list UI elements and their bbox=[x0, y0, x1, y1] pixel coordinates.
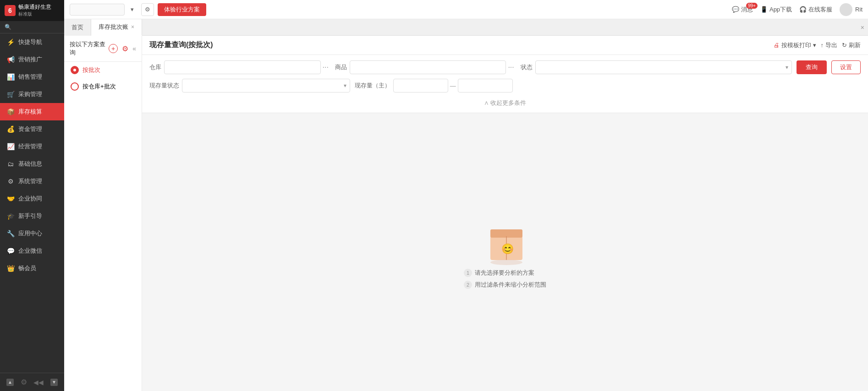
refresh-btn[interactable]: ↻ 刷新 bbox=[842, 41, 861, 49]
collapse-more-btn[interactable]: ∧ 收起更多条件 bbox=[149, 97, 861, 107]
sidebar-search[interactable]: 🔍 bbox=[0, 21, 64, 33]
status-select[interactable] bbox=[535, 60, 792, 74]
sidebar-item-purchase[interactable]: 🛒 采购管理 bbox=[0, 86, 64, 103]
topbar-gear-btn[interactable]: ⚙ bbox=[141, 3, 154, 16]
empty-tip-2: 2 用过滤条件来缩小分析范围 bbox=[464, 281, 546, 289]
collapse-more-label: 收起更多条件 bbox=[490, 99, 526, 106]
query-btn[interactable]: 查询 bbox=[797, 60, 827, 74]
sidebar-footer: ▲ ⚙ ◀◀ ▼ bbox=[0, 373, 64, 391]
shortcuts-icon: ⚡ bbox=[6, 38, 15, 46]
collapse-sidebar-btn[interactable]: ◀◀ bbox=[33, 379, 44, 386]
message-badge: 99+ bbox=[746, 3, 758, 9]
topbar-user[interactable]: Rit bbox=[840, 3, 863, 16]
collapse-left-panel-btn[interactable]: « bbox=[132, 45, 136, 52]
status-label: 状态 bbox=[521, 63, 533, 71]
shortcuts-label: 快捷导航 bbox=[18, 38, 42, 46]
basic-icon: 🗂 bbox=[6, 160, 15, 168]
refresh-btn-label: 刷新 bbox=[849, 41, 861, 49]
scroll-up-btn[interactable]: ▲ bbox=[6, 379, 14, 386]
print-btn-label: 按模板打印 bbox=[781, 41, 811, 49]
basic-label: 基础信息 bbox=[18, 160, 42, 168]
collapse-up-icon: ∧ bbox=[484, 99, 489, 106]
sidebar-item-newuser[interactable]: 🎓 新手引导 bbox=[0, 207, 64, 225]
inventory-status-label: 现存量状态 bbox=[149, 81, 179, 90]
inventory-label: 库存核算 bbox=[18, 108, 42, 116]
newuser-icon: 🎓 bbox=[6, 212, 15, 220]
settings-icon[interactable]: ⚙ bbox=[21, 378, 27, 386]
sidebar-item-finance[interactable]: 💰 资金管理 bbox=[0, 120, 64, 138]
home-tab-label: 首页 bbox=[71, 23, 83, 32]
empty-tips: 1 请先选择要分析的方案 2 用过滤条件来缩小分析范围 bbox=[464, 269, 546, 289]
sidebar-item-inventory[interactable]: 📦 库存核算 bbox=[0, 103, 64, 120]
plan-settings-btn[interactable]: ⚙ bbox=[121, 44, 130, 53]
topbar-app-download[interactable]: 📱 App下载 bbox=[760, 5, 792, 14]
system-icon: ⚙ bbox=[6, 177, 15, 185]
sidebar-item-enterprise[interactable]: 🤝 企业协同 bbox=[0, 190, 64, 207]
topbar: ▾ ⚙ 体验行业方案 💬 消息 99+ 📱 App下载 🎧 在线客服 bbox=[64, 0, 868, 19]
operations-icon: 📈 bbox=[6, 142, 15, 151]
topbar-messages[interactable]: 💬 消息 99+ bbox=[732, 5, 753, 14]
tab-inventory-batch[interactable]: 库存批次账 × bbox=[91, 19, 142, 36]
inventory-qty-from-input[interactable] bbox=[393, 79, 448, 92]
export-btn-label: 导出 bbox=[825, 41, 837, 49]
search-icon: 🔍 bbox=[5, 24, 11, 30]
purchase-icon: 🛒 bbox=[6, 90, 15, 98]
inventory-qty-to-input[interactable] bbox=[458, 79, 513, 92]
topbar-search-input[interactable] bbox=[70, 4, 125, 16]
print-btn[interactable]: 🖨 按模板打印 ▾ bbox=[774, 41, 816, 49]
purchase-label: 采购管理 bbox=[18, 90, 42, 98]
topbar-online-service[interactable]: 🎧 在线客服 bbox=[799, 5, 832, 14]
empty-illustration: 😊 bbox=[482, 216, 528, 261]
username-label: Rit bbox=[855, 6, 863, 13]
topbar-search-area: ▾ bbox=[70, 4, 137, 16]
operations-label: 经营管理 bbox=[18, 142, 42, 151]
add-plan-btn[interactable]: + bbox=[109, 44, 118, 53]
wechat-label: 企业微信 bbox=[18, 247, 42, 255]
member-icon: 👑 bbox=[6, 264, 15, 272]
finance-icon: 💰 bbox=[6, 125, 15, 133]
warehouse-input[interactable] bbox=[164, 60, 321, 74]
plan-item-warehouse-batch[interactable]: 按仓库+批次 bbox=[64, 78, 142, 95]
settings-btn[interactable]: 设置 bbox=[831, 60, 861, 74]
sidebar-item-member[interactable]: 👑 畅会员 bbox=[0, 260, 64, 277]
close-all-tabs-btn[interactable]: × bbox=[861, 24, 864, 31]
inventory-status-select[interactable] bbox=[182, 79, 350, 92]
tab-close-btn[interactable]: × bbox=[131, 24, 134, 30]
sidebar-item-apps[interactable]: 🔧 应用中心 bbox=[0, 225, 64, 242]
product-input[interactable] bbox=[350, 60, 506, 74]
sidebar-nav: ⚡ 快捷导航 📢 营销推广 📊 销售管理 🛒 采购管理 📦 库存核算 💰 资金管… bbox=[0, 33, 64, 373]
finance-label: 资金管理 bbox=[18, 125, 42, 133]
sidebar-item-system[interactable]: ⚙ 系统管理 bbox=[0, 173, 64, 190]
scroll-down-btn[interactable]: ▼ bbox=[50, 379, 58, 386]
page-title: 现存量查询(按批次) bbox=[149, 40, 213, 50]
tip-num-1: 1 bbox=[464, 269, 472, 277]
left-panel: 按以下方案查询 + ⚙ « bbox=[64, 36, 142, 391]
tab-home[interactable]: 首页 bbox=[64, 19, 91, 36]
app-company-name: 畅康通好生意 bbox=[18, 4, 51, 11]
plan-item-batch[interactable]: 按批次 bbox=[64, 62, 142, 78]
content-area: 按以下方案查询 + ⚙ « bbox=[64, 36, 868, 391]
export-btn[interactable]: ↑ 导出 bbox=[821, 41, 838, 49]
topbar-dropdown-btn[interactable]: ▾ bbox=[126, 4, 137, 15]
sidebar-item-shortcuts[interactable]: ⚡ 快捷导航 bbox=[0, 33, 64, 51]
sidebar-item-basic[interactable]: 🗂 基础信息 bbox=[0, 155, 64, 173]
export-icon: ↑ bbox=[821, 42, 824, 49]
sidebar-item-sales[interactable]: 📊 销售管理 bbox=[0, 68, 64, 86]
trial-btn[interactable]: 体验行业方案 bbox=[158, 3, 206, 16]
product-more-btn[interactable]: ··· bbox=[506, 63, 516, 71]
filter-row-2: 现存量状态 ▾ 现存量（主） — bbox=[149, 79, 861, 92]
member-label: 畅会员 bbox=[18, 264, 36, 272]
sidebar-item-marketing[interactable]: 📢 营销推广 bbox=[0, 51, 64, 68]
print-icon: 🖨 bbox=[774, 42, 780, 49]
tip-text-2: 用过滤条件来缩小分析范围 bbox=[475, 281, 546, 289]
sidebar-item-operations[interactable]: 📈 经营管理 bbox=[0, 138, 64, 155]
plan-query-label: 按以下方案查询 bbox=[70, 40, 109, 57]
wechat-icon: 💬 bbox=[6, 247, 15, 255]
sidebar-item-wechat[interactable]: 💬 企业微信 bbox=[0, 242, 64, 260]
warehouse-more-btn[interactable]: ··· bbox=[321, 63, 330, 71]
svg-text:😊: 😊 bbox=[501, 243, 514, 255]
print-dropdown-icon[interactable]: ▾ bbox=[813, 42, 816, 49]
refresh-icon: ↻ bbox=[842, 42, 847, 49]
product-label: 商品 bbox=[335, 63, 347, 71]
inventory-status-select-wrapper: ▾ bbox=[182, 79, 350, 92]
